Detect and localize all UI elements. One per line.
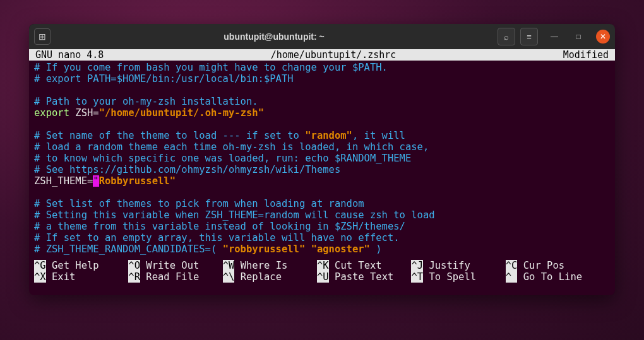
search-button[interactable]: ⌕	[498, 28, 515, 45]
shortcut-key: ^W	[223, 260, 235, 271]
editor-line: # export PATH=$HOME/bin:/usr/local/bin:$…	[34, 73, 294, 85]
editor-line: # Path to your oh-my-zsh installation.	[34, 96, 258, 107]
shortcut-key: ^J	[411, 260, 423, 271]
editor-line: # If you come from bash you might have t…	[34, 62, 388, 73]
nano-shortcuts: ^G Get Help ^O Write Out ^W Where Is ^K …	[29, 257, 615, 286]
titlebar: ⊞ ubuntupit@ubuntupit: ~ ⌕ ≡ — □ ✕	[29, 24, 615, 49]
nano-header: GNU nano 4.8 /home/ubuntupit/.zshrc Modi…	[29, 49, 615, 61]
shortcut-label: Justify	[429, 260, 470, 271]
shortcut-label: Go To Line	[523, 271, 582, 283]
shortcut-label: Cur Pos	[523, 260, 564, 271]
shortcut-key: ^U	[317, 271, 329, 283]
shortcut-label: Where Is	[241, 260, 288, 271]
editor-line: # Set list of themes to pick from when l…	[34, 198, 364, 209]
nano-file-path: /home/ubuntupit/.zshrc	[104, 49, 563, 61]
new-tab-button[interactable]: ⊞	[34, 28, 51, 45]
shortcut-key: ^\	[223, 271, 235, 283]
shortcut-key: ^C	[506, 260, 518, 271]
editor-text: ZSH_THEME=	[34, 175, 93, 187]
editor-content[interactable]: # If you come from bash you might have t…	[29, 61, 615, 257]
shortcut-label: Get Help	[52, 260, 99, 271]
shortcut-key: ^G	[34, 260, 46, 271]
shortcut-key: ^	[506, 271, 518, 283]
editor-text: ZSH=	[69, 107, 99, 119]
editor-line: # a theme from this variable instead of …	[34, 221, 405, 232]
shortcut-label: To Spell	[429, 271, 476, 283]
editor-line: # to know which specific one was loaded,…	[34, 153, 411, 164]
editor-string: "/home/ubuntupit/.oh-my-zsh"	[99, 107, 264, 119]
shortcut-key: ^T	[411, 271, 423, 283]
editor-line: # See https://github.com/ohmyzsh/ohmyzsh…	[34, 164, 340, 175]
shortcut-label: Cut Text	[335, 260, 382, 271]
editor-line: # If set to an empty array, this variabl…	[34, 232, 400, 243]
editor-line: # Set name of the theme to load --- if s…	[34, 130, 405, 141]
cursor: "	[93, 175, 98, 187]
shortcut-key: ^O	[128, 260, 140, 271]
shortcut-key: ^K	[317, 260, 329, 271]
editor-line: # ZSH_THEME_RANDOM_CANDIDATES=( "robbyru…	[34, 243, 382, 255]
shortcut-label: Exit	[52, 271, 75, 283]
minimize-button[interactable]: —	[547, 29, 562, 44]
nano-app-name: GNU nano 4.8	[35, 49, 104, 61]
window-title: ubuntupit@ubuntupit: ~	[51, 32, 498, 42]
shortcut-key: ^X	[34, 271, 46, 283]
editor-line: # Setting this variable when ZSH_THEME=r…	[34, 209, 435, 221]
editor-string: Robbyrussell"	[99, 175, 176, 187]
nano-modified-flag: Modified	[563, 49, 609, 61]
editor-keyword: export	[34, 107, 69, 119]
maximize-button[interactable]: □	[571, 29, 586, 44]
shortcut-label: Paste Text	[335, 271, 393, 283]
shortcut-label: Write Out	[146, 260, 199, 271]
terminal-window: ⊞ ubuntupit@ubuntupit: ~ ⌕ ≡ — □ ✕ GNU n…	[29, 24, 615, 295]
menu-button[interactable]: ≡	[520, 28, 538, 45]
shortcut-label: Replace	[241, 271, 282, 283]
shortcut-key: ^R	[128, 271, 140, 283]
close-button[interactable]: ✕	[596, 30, 610, 44]
shortcut-label: Read File	[146, 271, 199, 283]
editor-line: # load a random theme each time oh-my-zs…	[34, 141, 429, 153]
